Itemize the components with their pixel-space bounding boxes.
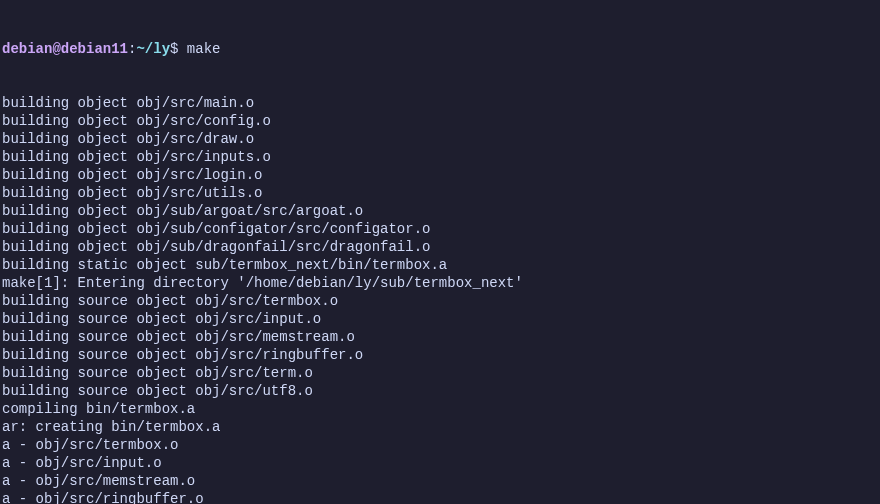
user-host: debian@debian11 (2, 40, 128, 58)
output-line: ar: creating bin/termbox.a (2, 418, 878, 436)
output-line: make[1]: Entering directory '/home/debia… (2, 274, 878, 292)
command-text: make (187, 40, 221, 58)
output-line: building object obj/src/main.o (2, 94, 878, 112)
output-line: building object obj/src/draw.o (2, 130, 878, 148)
output-line: building source object obj/src/memstream… (2, 328, 878, 346)
output-line: building object obj/src/utils.o (2, 184, 878, 202)
output-line: building static object sub/termbox_next/… (2, 256, 878, 274)
output-line: building object obj/src/config.o (2, 112, 878, 130)
output-line: building object obj/sub/configator/src/c… (2, 220, 878, 238)
output-line: a - obj/src/ringbuffer.o (2, 490, 878, 504)
output-line: building source object obj/src/term.o (2, 364, 878, 382)
output-line: building object obj/src/inputs.o (2, 148, 878, 166)
output-line: a - obj/src/termbox.o (2, 436, 878, 454)
output-line: building source object obj/src/termbox.o (2, 292, 878, 310)
output-line: compiling bin/termbox.a (2, 400, 878, 418)
output-line: building source object obj/src/utf8.o (2, 382, 878, 400)
terminal[interactable]: debian@debian11:~/ly$ make building obje… (2, 4, 878, 504)
output-line: building object obj/src/login.o (2, 166, 878, 184)
prompt-line: debian@debian11:~/ly$ make (2, 40, 878, 58)
output-container: building object obj/src/main.obuilding o… (2, 94, 878, 504)
output-line: a - obj/src/memstream.o (2, 472, 878, 490)
output-line: building object obj/sub/argoat/src/argoa… (2, 202, 878, 220)
output-line: building source object obj/src/input.o (2, 310, 878, 328)
output-line: building source object obj/src/ringbuffe… (2, 346, 878, 364)
output-line: building object obj/sub/dragonfail/src/d… (2, 238, 878, 256)
output-line: a - obj/src/input.o (2, 454, 878, 472)
prompt-dollar: $ (170, 40, 187, 58)
prompt-path: ~/ly (136, 40, 170, 58)
prompt-colon: : (128, 40, 136, 58)
